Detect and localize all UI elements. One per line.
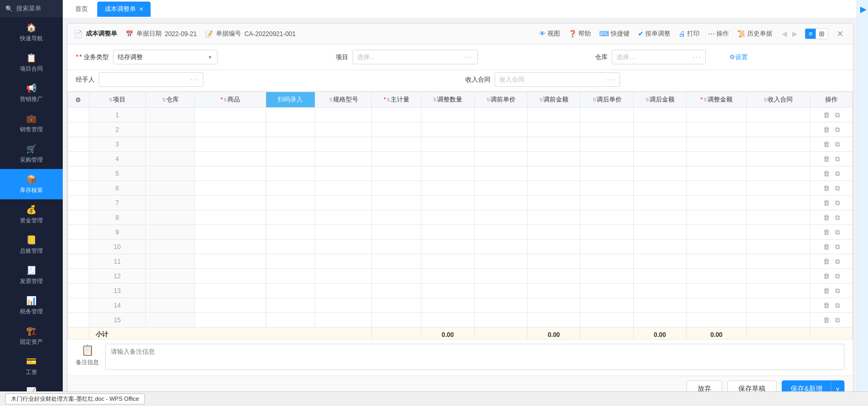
titlebar-right: 👁视图❓帮助⌨快捷键✔按单调整🖨打印⋯操作📜历史单据 ◀ ▶ ≡ ⊞ ✕ bbox=[537, 28, 847, 40]
view-toggle: ≡ ⊞ bbox=[805, 28, 828, 39]
nav-next[interactable]: ▶ bbox=[790, 29, 800, 39]
sidebar-item-sales[interactable]: 💼销售管理 bbox=[0, 108, 63, 139]
toolbar-icon-shortcut: ⌨ bbox=[599, 30, 609, 38]
sort-icon-before_amount[interactable]: ⇅ bbox=[539, 97, 543, 103]
income-contract-label: 收入合同 bbox=[465, 75, 490, 84]
tab-close-cost-adjust[interactable]: ✕ bbox=[139, 6, 143, 12]
sidebar-item-assets[interactable]: 🏗️固定资产 bbox=[0, 321, 63, 351]
row-actions: 🗑⧉ bbox=[814, 198, 849, 208]
row-delete-btn[interactable]: 🗑 bbox=[821, 286, 831, 295]
row-copy-btn[interactable]: ⧉ bbox=[833, 286, 841, 296]
row-delete-btn[interactable]: 🗑 bbox=[821, 257, 831, 266]
tab-home[interactable]: 首页 bbox=[68, 2, 95, 17]
view-list-btn[interactable]: ≡ bbox=[805, 29, 816, 39]
row-delete-btn[interactable]: 🗑 bbox=[821, 125, 831, 134]
sort-icon-spec[interactable]: ⇅ bbox=[329, 97, 333, 103]
sidebar-item-purchase[interactable]: 🛒采购管理 bbox=[0, 139, 63, 169]
row-actions: 🗑⧉ bbox=[814, 169, 849, 178]
sort-icon-after_amount[interactable]: ⇅ bbox=[645, 97, 649, 103]
row-delete-btn[interactable]: 🗑 bbox=[821, 140, 831, 149]
row-copy-btn[interactable]: ⧉ bbox=[833, 315, 841, 325]
sort-icon-product[interactable]: ⇅ bbox=[223, 97, 227, 103]
toolbar-label-history: 历史单据 bbox=[747, 29, 772, 38]
doc-title-text: 成本调整单 bbox=[86, 29, 117, 38]
sort-icon-after_price[interactable]: ⇅ bbox=[592, 97, 597, 103]
row-delete-btn[interactable]: 🗑 bbox=[821, 228, 831, 236]
row-delete-btn[interactable]: 🗑 bbox=[821, 213, 831, 222]
notes-input[interactable] bbox=[105, 344, 844, 370]
row-copy-btn[interactable]: ⧉ bbox=[833, 184, 841, 193]
settings-button[interactable]: ⚙ 设置 bbox=[710, 50, 752, 64]
row-copy-btn[interactable]: ⧉ bbox=[833, 125, 841, 134]
sidebar-item-inventory[interactable]: 📦库存核算 bbox=[0, 169, 63, 199]
toolbar-btn-shortcut[interactable]: ⌨快捷键 bbox=[597, 28, 632, 39]
row-delete-btn[interactable]: 🗑 bbox=[821, 198, 831, 207]
subtotal-label: 小计 bbox=[89, 328, 372, 340]
row-actions: 🗑⧉ bbox=[814, 213, 849, 222]
toolbar-btn-view[interactable]: 👁视图 bbox=[537, 28, 562, 39]
sidebar-search[interactable]: 🔍 搜索菜单 bbox=[0, 0, 63, 17]
row-copy-btn[interactable]: ⧉ bbox=[833, 242, 841, 252]
col-label-before_amount: 调前金额 bbox=[543, 96, 568, 103]
settings-label: 设置 bbox=[735, 53, 748, 62]
sort-icon-unit[interactable]: ⇅ bbox=[386, 97, 391, 103]
row-delete-btn[interactable]: 🗑 bbox=[821, 301, 831, 310]
sort-icon-before_price[interactable]: ⇅ bbox=[486, 97, 490, 103]
doc-title-icon: 📄 bbox=[74, 30, 83, 38]
toolbar-btn-history[interactable]: 📜历史单据 bbox=[735, 28, 774, 39]
taskbar-wps-item[interactable]: 木门行业好业财处理方案-墨红红.doc - WPS Office bbox=[5, 393, 145, 404]
warehouse-input[interactable]: 选择... ··· bbox=[612, 50, 706, 64]
row-delete-btn[interactable]: 🗑 bbox=[821, 242, 831, 251]
toolbar-btn-more[interactable]: ⋯操作 bbox=[706, 28, 731, 39]
row-delete-btn[interactable]: 🗑 bbox=[821, 184, 831, 193]
income-contract-input[interactable]: 收入合同 ··· bbox=[495, 72, 620, 87]
sidebar-item-invoice[interactable]: 🧾发票管理 bbox=[0, 260, 63, 290]
sidebar-item-quick-nav[interactable]: 🏠快速导航 bbox=[0, 17, 63, 48]
sidebar-item-salary[interactable]: 💳工资 bbox=[0, 351, 63, 381]
row-copy-btn[interactable]: ⧉ bbox=[833, 154, 841, 164]
business-type-input[interactable]: 结存调整 ▼ bbox=[113, 50, 218, 64]
table-row: 3🗑⧉ bbox=[68, 137, 853, 152]
window-close-button[interactable]: ✕ bbox=[833, 28, 847, 40]
toolbar-btn-print[interactable]: 🖨打印 bbox=[677, 28, 702, 39]
col-label-after_amount: 调后金额 bbox=[649, 96, 675, 103]
row-copy-btn[interactable]: ⧉ bbox=[833, 301, 841, 310]
handler-input[interactable]: ··· bbox=[99, 72, 203, 87]
right-sidebar-btn[interactable]: ▶ bbox=[856, 0, 868, 18]
col-header-adj_qty: ⇅调整数量 bbox=[421, 92, 474, 108]
project-placeholder: 选择... bbox=[357, 53, 375, 62]
row-copy-btn[interactable]: ⧉ bbox=[833, 110, 841, 120]
row-copy-btn[interactable]: ⧉ bbox=[833, 272, 841, 281]
settings-col-icon[interactable]: ⚙ bbox=[75, 96, 81, 104]
sidebar-item-marketing[interactable]: 📢营销推广 bbox=[0, 78, 63, 108]
toolbar-btn-help[interactable]: ❓帮助 bbox=[566, 28, 593, 39]
sidebar-item-tax[interactable]: 📊税务管理 bbox=[0, 290, 63, 321]
row-copy-btn[interactable]: ⧉ bbox=[833, 169, 841, 178]
row-copy-btn[interactable]: ⧉ bbox=[833, 198, 841, 208]
col-header-after_price: ⇅调后单价 bbox=[580, 92, 633, 108]
sort-icon-warehouse[interactable]: ⇅ bbox=[162, 97, 166, 103]
sidebar-item-ledger[interactable]: 📒总账管理 bbox=[0, 230, 63, 260]
project-contract-icon: 📋 bbox=[26, 53, 37, 63]
row-actions: 🗑⧉ bbox=[814, 315, 849, 325]
row-copy-btn[interactable]: ⧉ bbox=[833, 140, 841, 149]
row-copy-btn[interactable]: ⧉ bbox=[833, 257, 841, 266]
row-delete-btn[interactable]: 🗑 bbox=[821, 315, 831, 324]
row-delete-btn[interactable]: 🗑 bbox=[821, 154, 831, 163]
sort-icon-project[interactable]: ⇅ bbox=[109, 97, 113, 103]
sidebar-item-project-contract[interactable]: 📋项目合同 bbox=[0, 48, 63, 78]
sidebar-item-finance[interactable]: 💰资金管理 bbox=[0, 199, 63, 230]
view-grid-btn[interactable]: ⊞ bbox=[816, 29, 828, 39]
row-copy-btn[interactable]: ⧉ bbox=[833, 228, 841, 237]
toolbar-btn-check[interactable]: ✔按单调整 bbox=[636, 28, 672, 39]
row-copy-btn[interactable]: ⧉ bbox=[833, 213, 841, 222]
project-input[interactable]: 选择... ··· bbox=[352, 50, 478, 64]
row-delete-btn[interactable]: 🗑 bbox=[821, 169, 831, 178]
nav-prev[interactable]: ◀ bbox=[780, 29, 789, 39]
sort-icon-adj_amount[interactable]: ⇅ bbox=[703, 97, 707, 103]
row-delete-btn[interactable]: 🗑 bbox=[821, 110, 831, 119]
sales-label: 销售管理 bbox=[20, 126, 43, 133]
tab-cost-adjust[interactable]: 成本调整单✕ bbox=[97, 2, 151, 17]
row-delete-btn[interactable]: 🗑 bbox=[821, 272, 831, 280]
col-header-scan[interactable]: 扫码录入 bbox=[266, 92, 315, 108]
